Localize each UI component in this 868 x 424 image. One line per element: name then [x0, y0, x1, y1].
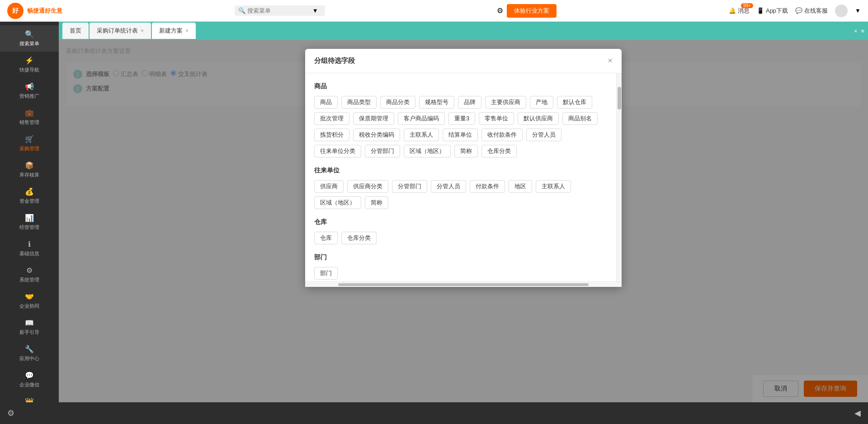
marketing-icon: 📢 [25, 82, 34, 91]
modal-overlay: 分组待选字段 × 商品 商品 商品类型 [59, 40, 868, 402]
field-tag-goods-category[interactable]: 商品分类 [380, 96, 415, 109]
sidebar-enterprise-label: 企业协同 [19, 303, 39, 310]
notification-item[interactable]: 🔔 99+ 消息 [729, 7, 750, 15]
top-bar: 好 畅捷通好生意 🔍 ▼ ⚙ 体验行业方案 🔔 99+ 消息 📱 App下载 💬 [0, 0, 868, 22]
field-tag-default-supplier[interactable]: 默认供应商 [518, 112, 559, 125]
sidebar-item-basic-info[interactable]: ℹ 基础信息 [0, 235, 59, 262]
field-tag-pay-terms[interactable]: 付款条件 [470, 180, 505, 193]
field-tag-short-name-goods[interactable]: 简称 [454, 145, 478, 157]
sidebar-item-wechat[interactable]: 💬 企业微信 [0, 367, 59, 393]
sidebar-item-inventory[interactable]: 📦 库存核算 [0, 157, 59, 183]
section-partner-fields: 供应商 供应商分类 分管部门 分管人员 付款条件 地区 主联系人 区域（地区） [314, 180, 607, 209]
settings-icon[interactable]: ⚙ [497, 6, 503, 15]
field-tag-department[interactable]: 部门 [314, 267, 338, 280]
app-download-label: App下载 [766, 7, 788, 15]
sidebar-item-search[interactable]: 🔍 搜索菜单 [0, 25, 59, 52]
page-area: 采购订单统计表方案设置 1 选择模板 汇总表 明细表 交叉统计表 2 方案配置 [59, 40, 868, 402]
tab-new-plan-close[interactable]: × [185, 28, 189, 34]
search-icon: 🔍 [238, 7, 245, 14]
sidebar-item-finance[interactable]: 💰 资金管理 [0, 183, 59, 209]
field-tag-brand[interactable]: 品牌 [458, 96, 481, 109]
modal-vertical-scrollbar[interactable] [616, 73, 622, 281]
sidebar-purchase-label: 采购管理 [19, 145, 39, 152]
tab-new-plan[interactable]: 新建方案 × [152, 23, 196, 39]
section-warehouse-fields: 仓库 仓库分类 [314, 232, 607, 244]
app-download-icon: 📱 [757, 7, 764, 14]
sidebar-sales-label: 销售管理 [19, 119, 39, 126]
sidebar-basic-info-label: 基础信息 [19, 250, 39, 257]
logo-icon: 好 [7, 3, 24, 19]
field-tag-main-contact[interactable]: 主联系人 [404, 129, 439, 141]
sidebar-item-enterprise[interactable]: 🤝 企业协同 [0, 288, 59, 314]
online-service-item[interactable]: 💬 在线客服 [795, 7, 828, 15]
field-tag-main-contact-partner[interactable]: 主联系人 [536, 180, 571, 193]
field-tag-retail-unit[interactable]: 零售单位 [479, 112, 514, 125]
field-tag-expiry[interactable]: 保质期管理 [353, 112, 394, 125]
field-tag-warehouse-category[interactable]: 仓库分类 [341, 232, 377, 244]
field-tag-alias[interactable]: 商品别名 [562, 112, 598, 125]
field-tag-default-warehouse[interactable]: 默认仓库 [557, 96, 592, 109]
modal-close-button[interactable]: × [608, 56, 613, 66]
field-tag-dept-in-charge[interactable]: 分管部门 [365, 145, 400, 157]
app-download-item[interactable]: 📱 App下载 [757, 7, 788, 15]
field-tag-region-goods[interactable]: 区域（地区） [404, 145, 451, 157]
tab-bar-close-icon[interactable]: × [854, 28, 858, 34]
field-tag-pick-score[interactable]: 拣货积分 [314, 129, 349, 141]
sidebar-item-quick-nav[interactable]: ⚡ 快捷导航 [0, 52, 59, 78]
tab-bar-menu-icon[interactable]: ≡ [861, 28, 864, 34]
field-tag-spec[interactable]: 规格型号 [419, 96, 454, 109]
field-tag-area[interactable]: 地区 [509, 180, 532, 193]
field-tag-main-supplier[interactable]: 主要供应商 [485, 96, 526, 109]
field-tag-dept-partner[interactable]: 分管部门 [392, 180, 427, 193]
field-tag-customer-code[interactable]: 客户商品编码 [398, 112, 445, 125]
modal-scroll-area[interactable]: 商品 商品 商品类型 商品分类 规格型号 品牌 主要供应商 产地 [305, 73, 616, 281]
guide-icon: 📖 [25, 319, 34, 327]
sidebar-item-member[interactable]: 👑 畅会员 [0, 393, 59, 402]
tab-home[interactable]: 首页 [62, 23, 89, 39]
field-tag-goods-type[interactable]: 商品类型 [341, 96, 377, 109]
bottom-bar: ⚙ ◀ [0, 402, 868, 424]
search-bar[interactable]: 🔍 ▼ [235, 5, 325, 16]
tab-purchase-stats[interactable]: 采购订单统计表 × [90, 23, 151, 39]
field-tag-goods[interactable]: 商品 [314, 96, 338, 109]
modal-body-area: 商品 商品 商品类型 商品分类 规格型号 品牌 主要供应商 产地 [305, 73, 622, 281]
field-tag-wh-category[interactable]: 仓库分类 [481, 145, 517, 157]
field-tag-partner-category[interactable]: 往来单位分类 [314, 145, 361, 157]
sidebar-item-apps[interactable]: 🔧 应用中心 [0, 340, 59, 367]
scrollbar-thumb [618, 87, 621, 110]
search-input[interactable] [247, 7, 311, 14]
sidebar-marketing-label: 营销推广 [19, 93, 39, 100]
field-tag-origin[interactable]: 产地 [530, 96, 553, 109]
tab-purchase-stats-close[interactable]: × [141, 28, 144, 34]
notification-badge: 99+ [741, 3, 753, 8]
field-tag-region-partner[interactable]: 区域（地区） [314, 196, 361, 209]
field-tag-tax-code[interactable]: 税收分类编码 [353, 129, 400, 141]
sidebar-item-marketing[interactable]: 📢 营销推广 [0, 78, 59, 104]
tab-purchase-stats-label: 采购订单统计表 [97, 27, 138, 35]
field-tag-short-name-partner[interactable]: 简称 [365, 196, 388, 209]
field-tag-batch[interactable]: 批次管理 [314, 112, 349, 125]
field-tag-supplier-category[interactable]: 供应商分类 [347, 180, 388, 193]
bottom-collapse-icon[interactable]: ◀ [854, 408, 861, 418]
section-partner: 往来单位 供应商 供应商分类 分管部门 分管人员 付款条件 地区 主联系人 [314, 167, 607, 209]
field-tag-supplier[interactable]: 供应商 [314, 180, 344, 193]
field-tag-person-partner[interactable]: 分管人员 [431, 180, 466, 193]
user-avatar[interactable] [835, 5, 848, 17]
sidebar-item-purchase[interactable]: 🛒 采购管理 [0, 130, 59, 157]
section-partner-title: 往来单位 [314, 167, 607, 175]
sidebar-item-operations[interactable]: 📊 经营管理 [0, 209, 59, 235]
sidebar-item-guide[interactable]: 📖 新手引导 [0, 314, 59, 340]
field-tag-warehouse[interactable]: 仓库 [314, 232, 338, 244]
sidebar-item-system[interactable]: ⚙ 系统管理 [0, 262, 59, 288]
modal-horizontal-scrollbar[interactable] [305, 281, 622, 287]
bottom-settings-icon[interactable]: ⚙ [7, 408, 14, 418]
field-tag-payment-terms[interactable]: 收付款条件 [481, 129, 523, 141]
field-tag-settle-unit[interactable]: 结算单位 [443, 129, 478, 141]
field-tag-weight[interactable]: 重量3 [448, 112, 475, 125]
search-icon: 🔍 [25, 30, 34, 38]
sidebar-guide-label: 新手引导 [19, 329, 39, 336]
sidebar-item-sales[interactable]: 💼 销售管理 [0, 104, 59, 130]
section-department: 部门 部门 [314, 253, 607, 280]
field-tag-manager[interactable]: 分管人员 [526, 129, 561, 141]
trial-button[interactable]: 体验行业方案 [507, 4, 557, 18]
